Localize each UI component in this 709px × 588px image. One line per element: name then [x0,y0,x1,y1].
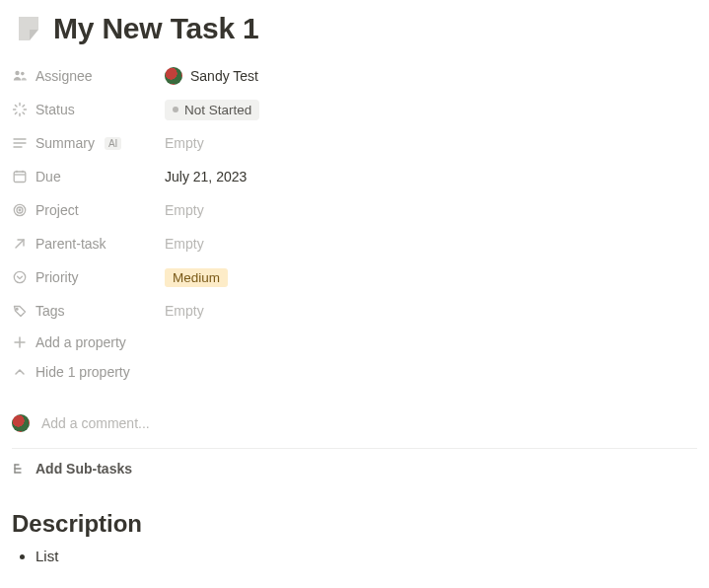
property-label-text: Assignee [35,68,93,84]
comment-input[interactable] [41,415,697,431]
empty-text: Empty [165,236,204,252]
property-label-summary[interactable]: Summary AI [12,133,165,153]
svg-line-9 [23,105,25,107]
svg-line-21 [16,240,24,248]
subtasks-icon [12,461,28,477]
page-icon[interactable] [16,16,41,41]
description-heading[interactable]: Description [12,510,697,538]
page-title[interactable]: My New Task 1 [53,12,259,45]
property-due: Due July 21, 2023 [12,160,697,193]
property-parent-task: Parent-task Empty [12,227,697,260]
property-label-assignee[interactable]: Assignee [12,66,165,86]
tag-icon [12,303,28,319]
hide-property-label: Hide 1 property [35,364,130,380]
arrow-up-right-icon [12,236,28,252]
property-project: Project Empty [12,193,697,227]
properties-section: Assignee Sandy Test Status [12,59,697,387]
add-property-button[interactable]: Add a property [12,328,697,357]
description-list[interactable]: List [12,548,697,564]
svg-point-1 [15,71,19,75]
property-label-tags[interactable]: Tags [12,301,165,321]
property-value-status[interactable]: Not Started [165,96,259,123]
add-subtasks-label: Add Sub-tasks [35,461,132,477]
property-label-project[interactable]: Project [12,200,165,220]
comment-row [12,404,697,449]
priority-pill: Medium [165,268,228,287]
status-text: Not Started [184,103,251,117]
property-label-due[interactable]: Due [12,167,165,186]
property-value-tags[interactable]: Empty [165,297,204,325]
task-page: My New Task 1 Assignee Sandy Test [0,0,709,586]
ai-badge: AI [105,137,121,150]
avatar [12,414,30,432]
text-lines-icon [12,135,28,151]
status-pill: Not Started [165,100,259,120]
property-label-status[interactable]: Status [12,100,165,119]
target-icon [12,202,28,218]
empty-text: Empty [165,135,204,151]
add-subtasks-button[interactable]: Add Sub-tasks [12,449,697,484]
svg-line-8 [23,112,25,114]
avatar [165,67,182,85]
property-label-parent-task[interactable]: Parent-task [12,234,165,254]
property-summary: Summary AI Empty [12,126,697,160]
hide-property-button[interactable]: Hide 1 property [12,357,697,387]
property-label-text: Due [35,169,61,184]
property-label-text: Parent-task [35,236,106,252]
property-label-text: Project [35,202,79,218]
property-value-summary[interactable]: Empty [165,129,204,157]
property-priority: Priority Medium [12,260,697,294]
property-value-project[interactable]: Empty [165,196,204,224]
property-label-priority[interactable]: Priority [12,267,165,287]
svg-line-10 [15,112,17,114]
spacer [12,387,697,404]
due-text: July 21, 2023 [165,169,247,184]
property-status: Status Not Started [12,93,697,126]
property-tags: Tags Empty [12,294,697,328]
property-label-text: Tags [35,303,65,319]
svg-point-2 [21,72,25,76]
chevron-up-icon [12,364,28,380]
property-value-due[interactable]: July 21, 2023 [165,163,247,190]
property-assignee: Assignee Sandy Test [12,59,697,93]
svg-point-20 [19,209,21,211]
property-label-text: Summary [35,135,95,151]
title-row: My New Task 1 [12,8,697,59]
calendar-icon [12,169,28,184]
plus-icon [12,334,28,350]
status-loader-icon [12,102,28,117]
list-item[interactable]: List [35,548,697,564]
people-icon [12,68,28,84]
select-chevron-icon [12,269,28,285]
svg-line-7 [15,105,17,107]
property-value-assignee[interactable]: Sandy Test [165,62,258,90]
empty-text: Empty [165,303,204,319]
assignee-name: Sandy Test [190,68,258,84]
svg-point-23 [16,308,18,310]
property-label-text: Status [35,102,75,117]
add-property-label: Add a property [35,334,126,350]
property-value-priority[interactable]: Medium [165,263,228,291]
empty-text: Empty [165,202,204,218]
status-dot-icon [173,107,178,112]
svg-rect-14 [14,172,26,183]
property-value-parent-task[interactable]: Empty [165,230,204,257]
property-label-text: Priority [35,269,79,285]
svg-point-22 [14,271,25,282]
